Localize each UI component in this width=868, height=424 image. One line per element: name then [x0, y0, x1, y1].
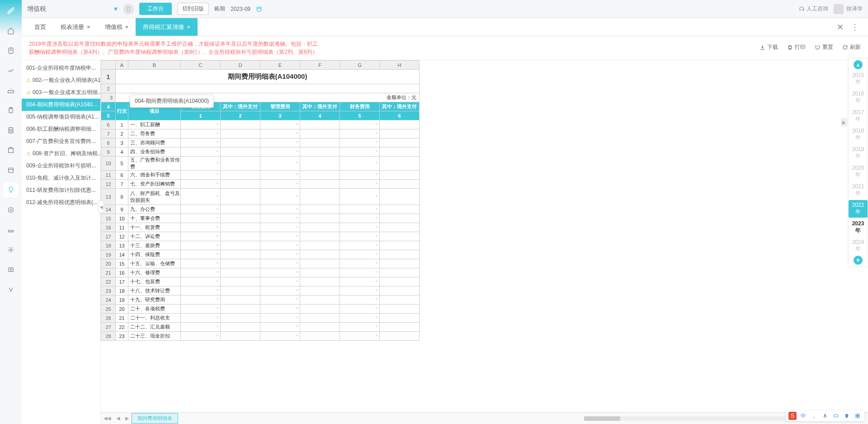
row-header[interactable]: 26 [101, 314, 116, 323]
col-header[interactable]: H [380, 61, 420, 70]
nav-v-icon[interactable] [4, 282, 18, 297]
workspace-button[interactable]: 工作台 [139, 3, 172, 15]
row-header[interactable]: 2 [101, 84, 116, 93]
year-option[interactable]: 2015年 [849, 70, 868, 88]
form-item-6[interactable]: 007-广告费和业务宣传费跨... [22, 135, 100, 148]
collapse-handle-icon[interactable]: ◀ [99, 200, 104, 213]
table-row[interactable]: 83三、咨询顾问费*** [101, 138, 420, 148]
form-item-0[interactable]: 001-企业所得税年度纳税申... [22, 62, 100, 74]
col-header[interactable]: G [340, 61, 380, 70]
form-item-10[interactable]: 011-研发费用加计扣除优惠... [22, 184, 100, 196]
tab-3[interactable]: 所得税汇算清缴× [136, 18, 198, 36]
year-up-icon[interactable]: ▲ [854, 60, 863, 69]
nav-building-icon[interactable] [4, 143, 18, 157]
form-item-7[interactable]: ⚠008-资产折旧、摊销及纳税... [22, 148, 100, 160]
row-header[interactable]: 23 [101, 286, 116, 295]
row-header[interactable]: 19 [101, 250, 116, 259]
ime-skin-icon[interactable] [843, 412, 851, 420]
ime-logo-icon[interactable]: S [788, 412, 797, 420]
table-row[interactable]: 2217十七、包装费*** [101, 277, 420, 286]
table-row[interactable]: 105五、广告费和业务宣传费*** [101, 157, 420, 171]
year-option[interactable]: 2023年 [849, 219, 868, 236]
nav-clipboard-icon[interactable] [4, 103, 18, 118]
nav-doc-icon[interactable] [4, 43, 18, 58]
table-row[interactable]: 1914十四、保险费*** [101, 250, 420, 259]
col-header[interactable]: E [260, 61, 300, 70]
row-header[interactable]: 15 [101, 214, 116, 223]
expand-handle-icon[interactable]: ▶ [841, 118, 847, 126]
tab-2[interactable]: 增值税× [98, 18, 136, 36]
tab-close-icon[interactable]: × [125, 24, 129, 30]
ime-punct-icon[interactable]: ， [810, 412, 818, 420]
spreadsheet[interactable]: ABCDEFGH1期间费用明细表(A104000)23金额单位：元4行次项目销售… [101, 60, 868, 412]
sheet-tab[interactable]: 期间费用明细表 [132, 413, 178, 424]
nav-money-icon[interactable] [4, 83, 18, 98]
table-row[interactable]: 2419十九、研究费用*** [101, 295, 420, 305]
row-header[interactable]: 7 [101, 129, 116, 138]
ime-keyboard-icon[interactable] [832, 412, 840, 420]
tab-0[interactable]: 首页 [27, 18, 53, 36]
ime-mic-icon[interactable] [821, 412, 829, 420]
col-header[interactable]: A [116, 61, 128, 70]
table-row[interactable]: 138八、财产损耗、盘亏及毁损损失*** [101, 189, 420, 205]
row-header[interactable]: 9 [101, 148, 116, 157]
row-header[interactable]: 10 [101, 157, 116, 171]
tab-close-icon[interactable]: × [87, 24, 90, 30]
nav-calc-icon[interactable] [4, 123, 18, 138]
nav-calendar-icon[interactable] [4, 163, 18, 177]
nav-tax-icon[interactable] [4, 183, 18, 197]
table-row[interactable]: 2520二十、各项税费*** [101, 305, 420, 314]
year-option[interactable]: 2021年 [849, 181, 868, 199]
nav-chart-icon[interactable] [4, 63, 18, 78]
refresh-button[interactable]: 刷新 [842, 43, 861, 51]
table-row[interactable]: 94四、业务招待费*** [101, 148, 420, 157]
table-row[interactable]: 2015十五、运输、仓储费*** [101, 259, 420, 268]
table-row[interactable]: 2318十八、技术转让费*** [101, 286, 420, 295]
nav-export-icon[interactable] [4, 203, 18, 217]
table-row[interactable]: 61一、职工薪酬*** [101, 120, 420, 129]
row-header[interactable]: 8 [101, 138, 116, 148]
row-header[interactable]: 5 [101, 111, 116, 120]
sheet-nav-next-icon[interactable]: ▶ [123, 415, 132, 421]
row-header[interactable]: 3 [101, 93, 116, 102]
row-header[interactable]: 1 [101, 70, 116, 84]
nav-home-icon[interactable] [4, 24, 18, 38]
ime-tool-icon[interactable] [854, 412, 862, 420]
sheet-nav-prev-icon[interactable]: ◀ [113, 415, 123, 421]
row-header[interactable]: 22 [101, 277, 116, 286]
row-header[interactable]: 28 [101, 332, 116, 341]
year-option[interactable]: 2022年 [849, 200, 868, 218]
form-item-5[interactable]: 006-职工薪酬纳税调整明细... [22, 123, 100, 135]
ime-lang-icon[interactable]: 中 [799, 412, 807, 420]
table-row[interactable]: 72二、劳务费*** [101, 129, 420, 138]
row-header[interactable]: 6 [101, 120, 116, 129]
row-header[interactable]: 11 [101, 171, 116, 180]
table-row[interactable]: 127七、资产折旧摊销费*** [101, 180, 420, 189]
row-header[interactable]: 17 [101, 232, 116, 241]
row-header[interactable]: 25 [101, 305, 116, 314]
table-row[interactable]: 2722二十二、汇兑差额*** [101, 323, 420, 332]
col-header[interactable]: D [221, 61, 260, 70]
form-item-9[interactable]: 010-免税、减计收入及加计... [22, 172, 100, 184]
table-row[interactable]: 1813十三、差旅费*** [101, 241, 420, 250]
form-item-4[interactable]: 005-纳税调整项目明细表(A1... [22, 111, 100, 123]
form-item-11[interactable]: 012-减免所得税优惠明细表(... [22, 196, 100, 209]
year-down-icon[interactable]: ▼ [854, 256, 863, 265]
table-row[interactable]: 2823二十三、现金折扣*** [101, 332, 420, 341]
tab-1[interactable]: 税表清册× [53, 18, 98, 36]
table-row[interactable]: 1611十一、租赁费*** [101, 223, 420, 232]
table-row[interactable]: 149九、办公费*** [101, 205, 420, 214]
print-button[interactable]: 打印 [787, 43, 806, 51]
year-option[interactable]: 2018年 [849, 126, 868, 143]
reset-button[interactable]: 重置 [815, 43, 833, 51]
row-header[interactable]: 18 [101, 241, 116, 250]
tab-close-icon[interactable]: × [187, 24, 190, 30]
row-header[interactable]: 27 [101, 323, 116, 332]
col-header[interactable]: C [181, 61, 221, 70]
col-header[interactable]: F [300, 61, 340, 70]
nav-settings-icon[interactable] [4, 243, 18, 257]
sheet-nav-first-icon[interactable]: ◀◀ [101, 415, 113, 421]
nav-inbox-icon[interactable] [4, 223, 18, 237]
download-button[interactable]: 下载 [760, 43, 778, 51]
form-item-1[interactable]: ⚠002-一般企业收入明细表(A1... [22, 74, 100, 86]
